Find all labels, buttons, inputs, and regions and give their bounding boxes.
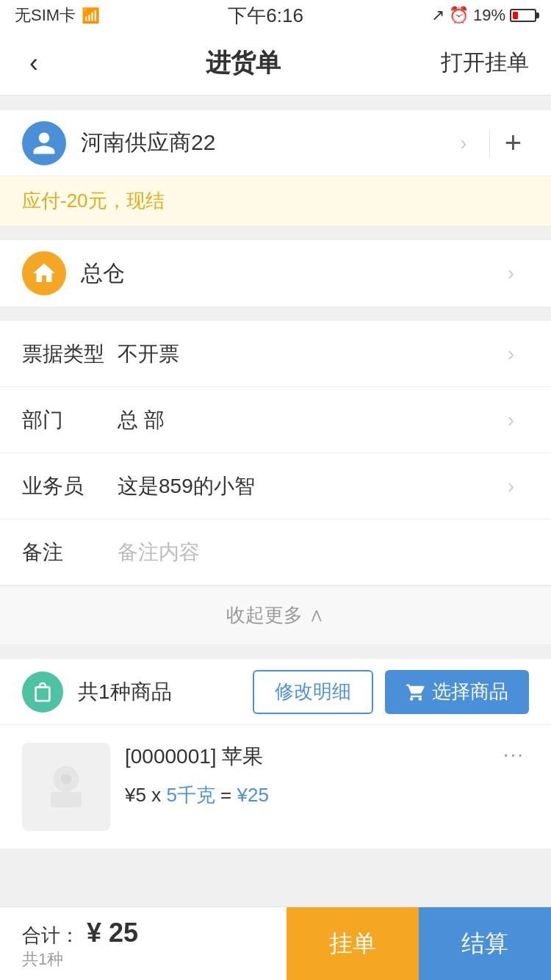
remark-row[interactable]: 备注 备注内容 xyxy=(0,519,551,586)
wifi-icon: 📶 xyxy=(82,7,100,24)
price-multiply: x xyxy=(151,784,166,806)
product-item: [0000001] 苹果 ¥5 x 5千克 = ¥25 ··· xyxy=(0,725,551,849)
checkout-button[interactable]: 结算 xyxy=(419,907,551,981)
svg-point-2 xyxy=(61,774,71,785)
supplier-avatar xyxy=(22,121,66,165)
select-product-button[interactable]: 选择商品 xyxy=(385,670,529,714)
select-product-label: 选择商品 xyxy=(432,679,508,705)
product-info: [0000001] 苹果 ¥5 x 5千克 = ¥25 xyxy=(125,743,499,808)
section-gap-2 xyxy=(0,226,551,240)
svg-rect-1 xyxy=(51,792,82,807)
invoice-value: 不开票 xyxy=(118,340,508,368)
battery-percent: 19% xyxy=(473,6,505,25)
dept-row[interactable]: 部门 总 部 › xyxy=(0,387,551,453)
location-icon: ↗ xyxy=(431,6,444,25)
total-label-text: 合计： xyxy=(22,923,79,948)
status-left: 无SIM卡 📶 xyxy=(15,4,100,26)
total-amount: ¥ 25 xyxy=(87,918,138,948)
sales-row[interactable]: 业务员 这是859的小智 › xyxy=(0,453,551,519)
alarm-icon: ⏰ xyxy=(449,6,469,25)
bottom-bar: 合计： ¥ 25 共1种 挂单 结算 xyxy=(0,907,551,980)
product-thumb-icon xyxy=(40,761,92,813)
product-header: 共1种商品 修改明细 选择商品 xyxy=(0,659,551,725)
total-section: 合计： ¥ 25 共1种 xyxy=(0,918,287,970)
time-label: 下午6:16 xyxy=(228,3,303,29)
hang-button[interactable]: 挂单 xyxy=(287,907,419,981)
section-gap-1 xyxy=(0,96,551,110)
add-supplier-button[interactable]: + xyxy=(497,126,529,159)
warehouse-row[interactable]: 总仓 › xyxy=(0,240,551,306)
modify-detail-button[interactable]: 修改明细 xyxy=(253,670,373,714)
warehouse-section: 总仓 › xyxy=(0,240,551,306)
product-thumbnail xyxy=(22,743,110,831)
warehouse-chevron-icon: › xyxy=(508,262,514,285)
product-more-button[interactable]: ··· xyxy=(499,743,529,766)
price-equals: = xyxy=(220,784,237,806)
product-header-icon xyxy=(22,671,63,713)
page-title: 进货单 xyxy=(206,46,281,80)
battery-fill xyxy=(513,12,518,19)
warehouse-svg xyxy=(31,260,57,287)
supplier-row[interactable]: 河南供应商22 › + xyxy=(0,110,551,176)
form-section: 票据类型 不开票 › 部门 总 部 › 业务员 这是859的小智 › 备注 备注… xyxy=(0,321,551,644)
chevron-right-icon: › xyxy=(460,131,467,155)
person-icon xyxy=(31,130,57,156)
collapse-row[interactable]: 收起更多 ∧ xyxy=(0,586,551,644)
collapse-label: 收起更多 ∧ xyxy=(226,602,324,628)
sales-value: 这是859的小智 xyxy=(118,472,508,500)
remark-input[interactable]: 备注内容 xyxy=(118,538,529,566)
invoice-chevron-icon: › xyxy=(508,342,514,366)
product-code: [0000001] xyxy=(125,745,222,768)
warehouse-name: 总仓 xyxy=(81,259,508,289)
status-bar: 无SIM卡 📶 下午6:16 ↗ ⏰ 19% xyxy=(0,0,551,31)
product-qty: 5千克 xyxy=(166,784,215,806)
invoice-row[interactable]: 票据类型 不开票 › xyxy=(0,321,551,387)
supplier-name: 河南供应商22 xyxy=(81,128,460,158)
cart-icon xyxy=(406,682,426,702)
carrier-label: 无SIM卡 xyxy=(15,4,76,26)
remark-label: 备注 xyxy=(22,538,118,566)
battery-icon xyxy=(510,9,536,22)
sales-label: 业务员 xyxy=(22,472,118,500)
section-gap-3 xyxy=(0,306,551,321)
payment-hint: 应付-20元，现结 xyxy=(0,176,551,226)
dept-chevron-icon: › xyxy=(508,408,514,432)
sales-chevron-icon: › xyxy=(508,475,514,498)
section-gap-4 xyxy=(0,644,551,659)
supplier-divider xyxy=(489,129,490,158)
nav-bar: ‹ 进货单 打开挂单 xyxy=(0,31,551,96)
dept-value: 总 部 xyxy=(118,406,508,434)
dept-label: 部门 xyxy=(22,406,118,434)
total-label: 合计： ¥ 25 xyxy=(22,918,264,948)
status-right: ↗ ⏰ 19% xyxy=(431,6,536,25)
shopping-bag-icon xyxy=(31,680,54,704)
product-name: [0000001] 苹果 xyxy=(125,743,499,771)
total-count: 共1种 xyxy=(22,948,264,970)
back-button[interactable]: ‹ xyxy=(22,40,46,86)
product-price: ¥5 x 5千克 = ¥25 xyxy=(125,782,499,808)
invoice-label: 票据类型 xyxy=(22,340,118,368)
product-count: 共1种商品 xyxy=(78,678,253,706)
product-total: ¥25 xyxy=(237,784,269,806)
supplier-section: 河南供应商22 › + 应付-20元，现结 xyxy=(0,110,551,226)
price-value: ¥5 xyxy=(125,784,146,806)
warehouse-icon xyxy=(22,251,66,295)
open-hang-button[interactable]: 打开挂单 xyxy=(441,48,529,78)
